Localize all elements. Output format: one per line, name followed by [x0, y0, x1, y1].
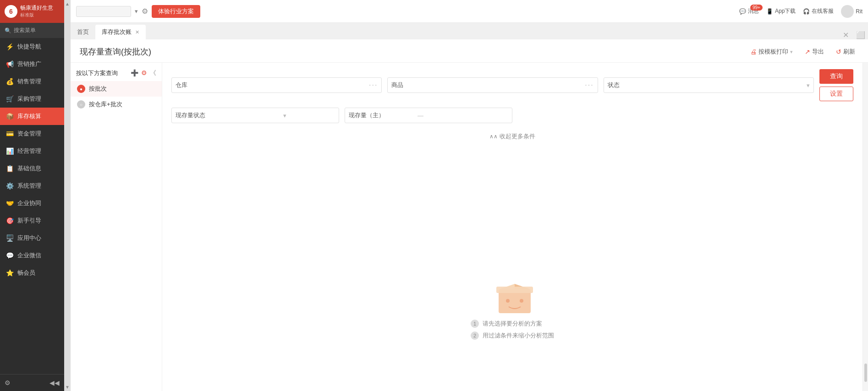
system-label: 系统管理: [17, 182, 41, 190]
scroll-thumb[interactable]: [864, 364, 867, 382]
inventory-status-chevron-icon: ▾: [283, 112, 335, 119]
experience-btn[interactable]: 体验行业方案: [152, 5, 200, 18]
sidebar-item-sales[interactable]: 💰 销售管理: [0, 73, 64, 90]
collapse-panel-icon[interactable]: 《: [150, 69, 156, 77]
inventory-label: 库存核算: [17, 112, 41, 120]
search-label: 搜索菜单: [14, 27, 36, 34]
quantity-label: 现存量（主）: [349, 111, 385, 119]
sidebar-item-basics[interactable]: 📋 基础信息: [0, 160, 64, 177]
online-service-btn[interactable]: 🎧 在线客服: [803, 7, 834, 15]
newbie-label: 新手引导: [17, 217, 41, 225]
product-input[interactable]: [405, 82, 583, 89]
sidebar-item-quick-nav[interactable]: ⚡ 快捷导航: [0, 38, 64, 55]
sidebar-item-inventory[interactable]: 📦 库存核算: [0, 108, 64, 125]
tip-text-1: 请先选择要分析的方案: [483, 320, 542, 328]
sidebar-item-system[interactable]: ⚙️ 系统管理: [0, 177, 64, 195]
app-download-btn[interactable]: 📱 App下载: [766, 7, 796, 15]
filter-header: 按以下方案查询 ➕ ⚙ 《: [71, 67, 162, 81]
tab-inventory-batch[interactable]: 库存批次账 ✕: [95, 25, 146, 39]
topbar-right: 💬 消息 99+ 📱 App下载 🎧 在线客服 Rit: [739, 5, 863, 18]
plan-label-by-batch: 按批次: [89, 85, 107, 93]
tip-num-1: 1: [471, 320, 479, 328]
left-filter-panel: 按以下方案查询 ➕ ⚙ 《 ● 按批次 ○ 按仓库+批次: [71, 63, 162, 391]
sales-icon: 💰: [5, 77, 14, 86]
search-icon: 🔍: [5, 27, 11, 34]
quick-nav-label: 快捷导航: [17, 43, 41, 51]
scroll-down-icon[interactable]: ▼: [65, 383, 70, 391]
print-btn[interactable]: 🖨 按模板打印 ▾: [747, 46, 797, 58]
close-panel-btn[interactable]: ✕: [838, 31, 853, 39]
status-input[interactable]: [621, 82, 805, 89]
warehouse-label: 仓库: [176, 81, 187, 89]
settings-icon[interactable]: ⚙: [5, 379, 11, 386]
warehouse-input[interactable]: [189, 82, 367, 89]
product-input-wrapper[interactable]: 商品 ···: [387, 77, 598, 93]
plan-dot-active: ●: [77, 85, 85, 93]
add-plan-icon[interactable]: ➕: [131, 69, 138, 77]
sidebar-item-newbie[interactable]: 🎯 新手引导: [0, 212, 64, 229]
phone-icon: 📱: [766, 8, 773, 15]
finance-icon: 💳: [5, 130, 14, 138]
search-menu-item[interactable]: 🔍 搜索菜单: [0, 23, 64, 38]
system-icon: ⚙️: [5, 182, 14, 190]
status-chevron-icon[interactable]: ▾: [807, 82, 810, 89]
quantity-field: 现存量（主） —: [345, 108, 512, 123]
online-service-label: 在线客服: [812, 7, 834, 15]
user-avatar-area[interactable]: Rit: [841, 5, 863, 18]
wechat-icon: 💬: [5, 251, 14, 260]
settings-button[interactable]: 设置: [819, 87, 853, 101]
expand-panel-btn[interactable]: ⬜: [853, 31, 868, 39]
sidebar-item-purchase[interactable]: 🛒 采购管理: [0, 90, 64, 108]
action-btns: 查询 设置: [819, 69, 853, 101]
quantity-min-input[interactable]: [387, 112, 415, 119]
sidebar-item-wechat[interactable]: 💬 企业微信: [0, 247, 64, 264]
plan-settings-icon[interactable]: ⚙: [141, 69, 147, 77]
sidebar-item-enterprise[interactable]: 🤝 企业协同: [0, 195, 64, 212]
message-icon: 💬: [739, 8, 746, 15]
warehouse-more-icon[interactable]: ···: [369, 81, 378, 89]
topbar-gear-icon[interactable]: ⚙: [142, 7, 148, 16]
collapse-label: 收起更多条件: [500, 132, 535, 141]
collapse-conditions-btn[interactable]: ∧∧ 收起更多条件: [171, 130, 853, 143]
basics-label: 基础信息: [17, 164, 41, 173]
plan-label-by-warehouse-batch: 按仓库+批次: [89, 100, 122, 109]
product-more-icon[interactable]: ···: [585, 81, 593, 89]
purchase-label: 采购管理: [17, 95, 41, 103]
topbar-search-input[interactable]: [76, 6, 131, 17]
plan-item-by-warehouse-batch[interactable]: ○ 按仓库+批次: [71, 97, 162, 112]
print-icon: 🖨: [750, 48, 757, 55]
page-title: 现存量查询(按批次): [80, 46, 151, 57]
filter-form: 仓库 ··· 商品 ···: [162, 63, 863, 215]
refresh-btn[interactable]: ↺ 刷新: [832, 46, 859, 58]
export-btn[interactable]: ↗ 导出: [801, 46, 828, 58]
collapse-sidebar-icon[interactable]: ◀◀: [49, 379, 60, 386]
scroll-up-icon[interactable]: ▲: [65, 0, 70, 8]
empty-tip-2: 2 用过滤条件来缩小分析范围: [471, 331, 554, 340]
plan-item-by-batch[interactable]: ● 按批次: [71, 81, 162, 97]
sidebar-item-operations[interactable]: 📊 经营管理: [0, 142, 64, 160]
collapse-up-icon: ∧∧: [489, 133, 498, 140]
sidebar-item-finance[interactable]: 💳 资金管理: [0, 125, 64, 142]
quantity-max-input[interactable]: [426, 112, 454, 119]
topbar-chevron-icon[interactable]: ▾: [135, 8, 138, 15]
sidebar-item-app-center[interactable]: 🖥️ 应用中心: [0, 229, 64, 247]
query-button[interactable]: 查询: [819, 69, 853, 84]
tab-home[interactable]: 首页: [71, 25, 95, 39]
tab-close-icon[interactable]: ✕: [135, 29, 139, 35]
svg-point-4: [506, 299, 510, 303]
sidebar-item-member[interactable]: ⭐ 畅会员: [0, 264, 64, 282]
status-select-wrapper[interactable]: 状态 ▾: [604, 77, 814, 93]
warehouse-input-wrapper[interactable]: 仓库 ···: [171, 77, 382, 93]
app-center-label: 应用中心: [17, 234, 41, 242]
basics-icon: 📋: [5, 164, 14, 173]
refresh-icon: ↺: [836, 48, 841, 55]
messages-btn[interactable]: 💬 消息 99+: [739, 7, 759, 15]
tabs-bar: 首页 库存批次账 ✕ ✕ ⬜: [71, 23, 868, 39]
quick-nav-icon: ⚡: [5, 43, 14, 51]
inventory-status-select[interactable]: 现存量状态 ▾: [171, 108, 339, 123]
marketing-icon: 📢: [5, 60, 14, 68]
filter-icon-group: ➕ ⚙ 《: [131, 69, 156, 77]
app-version: 标准版: [20, 12, 53, 18]
sidebar-item-marketing[interactable]: 📢 营销推广: [0, 55, 64, 73]
sidebar-scrollbar: ▲ ▼: [64, 0, 71, 391]
